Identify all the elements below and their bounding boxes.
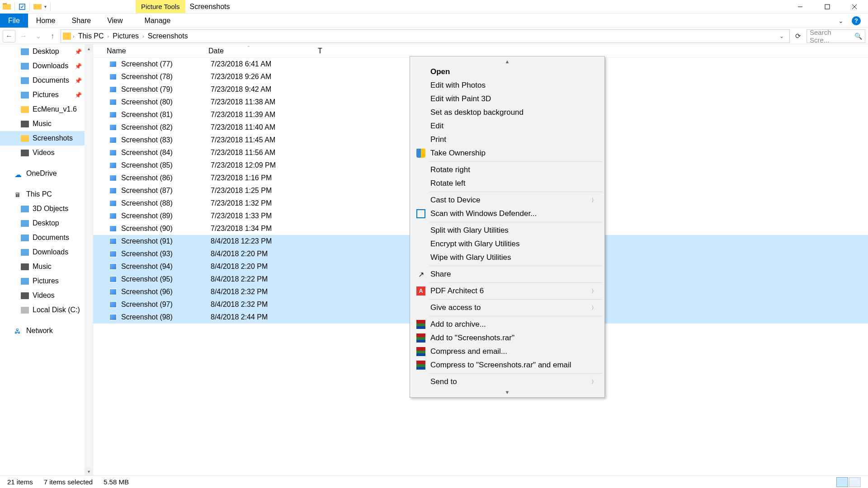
chevron-right-icon[interactable]: › (142, 33, 144, 39)
menu-item-label: Take Ownership (430, 149, 486, 158)
file-name: Screenshot (88) (121, 199, 211, 207)
menu-item-add-to-archive-[interactable]: Add to archive... (411, 318, 603, 331)
menu-item-cast-to-device[interactable]: Cast to Device〉 (411, 193, 603, 207)
help-icon[interactable]: ? (852, 16, 861, 25)
menu-item-print[interactable]: Print (411, 133, 603, 146)
file-name: Screenshot (97) (121, 300, 211, 309)
nav-item-music[interactable]: Music (0, 259, 93, 274)
scroll-down-icon[interactable]: ▾ (85, 467, 93, 475)
menu-item-edit-with-paint-3d[interactable]: Edit with Paint 3D (411, 92, 603, 106)
menu-item-rotate-left[interactable]: Rotate left (411, 177, 603, 190)
forward-button[interactable]: → (17, 30, 30, 42)
menu-item-label: Edit (430, 122, 443, 131)
address-box[interactable]: › This PC › Pictures › Screenshots ⌄ (61, 29, 790, 43)
tab-manage[interactable]: Manage (137, 14, 179, 28)
back-button[interactable]: ← (3, 30, 15, 42)
pdf-icon: A (416, 286, 425, 296)
menu-item-label: Split with Glary Utilities (430, 226, 509, 235)
nav-item-desktop[interactable]: Desktop (0, 216, 93, 230)
properties-icon[interactable] (19, 3, 26, 10)
nav-item-music[interactable]: Music (0, 117, 93, 131)
file-date: 8/4/2018 2:44 PM (211, 313, 320, 321)
tab-view[interactable]: View (99, 14, 131, 28)
menu-item-take-ownership[interactable]: Take Ownership (411, 146, 603, 160)
folder-icon (21, 106, 29, 113)
view-thumbnails-button[interactable] (849, 477, 861, 487)
chevron-right-icon[interactable]: › (108, 33, 109, 39)
qat-dropdown-icon[interactable]: ▾ (44, 4, 47, 9)
image-file-icon (109, 238, 117, 244)
dark-icon (21, 292, 29, 299)
tab-home[interactable]: Home (28, 14, 64, 28)
nav-item-videos[interactable]: Videos (0, 145, 93, 160)
separator (29, 2, 30, 11)
menu-item-label: Encrypt with Glary Utilities (430, 239, 519, 249)
menu-item-rotate-right[interactable]: Rotate right (411, 163, 603, 177)
menu-item-encrypt-with-glary-utilities[interactable]: Encrypt with Glary Utilities (411, 237, 603, 251)
nav-item-ecmenu-v1-6[interactable]: EcMenu_v1.6 (0, 102, 93, 117)
ribbon-collapse-icon[interactable]: ⌄ (838, 17, 844, 24)
menu-item-compress-to-screenshots-rar-and-email[interactable]: Compress to "Screenshots.rar" and email (411, 358, 603, 372)
menu-item-scan-with-windows-defender-[interactable]: Scan with Windows Defender... (411, 207, 603, 221)
nav-item-onedrive[interactable]: ☁OneDrive (0, 166, 93, 181)
pin-icon: 📌 (75, 48, 82, 55)
nav-scrollbar[interactable]: ▴ ▾ (85, 44, 93, 475)
menu-scroll-up-icon[interactable]: ▲ (411, 58, 603, 65)
menu-item-edit-with-photos[interactable]: Edit with Photos (411, 79, 603, 92)
menu-item-add-to-screenshots-rar-[interactable]: Add to "Screenshots.rar" (411, 331, 603, 345)
column-type[interactable]: T (318, 47, 322, 55)
nav-item-desktop[interactable]: Desktop📌 (0, 44, 93, 59)
close-button[interactable] (841, 0, 868, 14)
menu-item-open[interactable]: Open (411, 65, 603, 79)
refresh-button[interactable]: ⟳ (792, 32, 805, 40)
file-date: 7/23/2018 11:40 AM (211, 123, 320, 131)
menu-item-send-to[interactable]: Send to〉 (411, 375, 603, 389)
nav-item-downloads[interactable]: Downloads📌 (0, 59, 93, 73)
column-date[interactable]: Date (208, 47, 318, 55)
new-folder-icon[interactable] (33, 3, 42, 10)
menu-item-share[interactable]: Share (411, 267, 603, 281)
nav-item-3d-objects[interactable]: 3D Objects (0, 202, 93, 216)
nav-item-documents[interactable]: Documents (0, 230, 93, 245)
menu-item-label: Rotate left (430, 179, 466, 188)
maximize-button[interactable] (814, 0, 841, 14)
minimize-button[interactable] (787, 0, 814, 14)
menu-item-give-access-to[interactable]: Give access to〉 (411, 301, 603, 314)
breadcrumb[interactable]: Pictures (110, 32, 142, 40)
menu-item-compress-and-email-[interactable]: Compress and email... (411, 345, 603, 358)
tab-share[interactable]: Share (63, 14, 99, 28)
menu-item-split-with-glary-utilities[interactable]: Split with Glary Utilities (411, 224, 603, 237)
nav-item-documents[interactable]: Documents📌 (0, 73, 93, 88)
menu-item-edit[interactable]: Edit (411, 119, 603, 133)
view-details-button[interactable] (836, 477, 848, 487)
menu-item-label: Compress and email... (430, 347, 507, 356)
svg-rect-1 (3, 3, 7, 5)
nav-item-pictures[interactable]: Pictures (0, 274, 93, 288)
search-icon[interactable]: 🔍 (854, 33, 862, 40)
tab-file[interactable]: File (0, 14, 28, 28)
nav-item-local-disk-c-[interactable]: Local Disk (C:) (0, 303, 93, 317)
column-name[interactable]: Name (107, 47, 208, 55)
nav-item-downloads[interactable]: Downloads (0, 245, 93, 259)
address-dropdown-icon[interactable]: ⌄ (776, 33, 788, 39)
search-input[interactable]: Search Scre... 🔍 (807, 29, 865, 43)
menu-scroll-down-icon[interactable]: ▼ (411, 389, 603, 396)
chevron-right-icon[interactable]: › (73, 33, 75, 39)
breadcrumb[interactable]: This PC (75, 32, 107, 40)
scroll-up-icon[interactable]: ▴ (85, 44, 93, 52)
recent-dropdown-icon[interactable]: ⌄ (32, 30, 44, 42)
image-file-icon (109, 200, 117, 206)
nav-item-videos[interactable]: Videos (0, 288, 93, 303)
nav-item-pictures[interactable]: Pictures📌 (0, 88, 93, 102)
menu-item-wipe-with-glary-utilities[interactable]: Wipe with Glary Utilities (411, 251, 603, 264)
nav-item-screenshots[interactable]: Screenshots (0, 131, 93, 145)
menu-item-set-as-desktop-background[interactable]: Set as desktop background (411, 106, 603, 119)
nav-item-label: OneDrive (26, 169, 57, 178)
menu-item-pdf-architect-6[interactable]: APDF Architect 6〉 (411, 284, 603, 298)
file-name: Screenshot (79) (121, 85, 211, 94)
up-button[interactable]: ↑ (46, 30, 59, 42)
nav-item-this-pc[interactable]: 🖥This PC (0, 187, 93, 202)
image-file-icon (109, 99, 117, 105)
breadcrumb[interactable]: Screenshots (145, 32, 191, 40)
nav-item-network[interactable]: 🖧Network (0, 324, 93, 338)
